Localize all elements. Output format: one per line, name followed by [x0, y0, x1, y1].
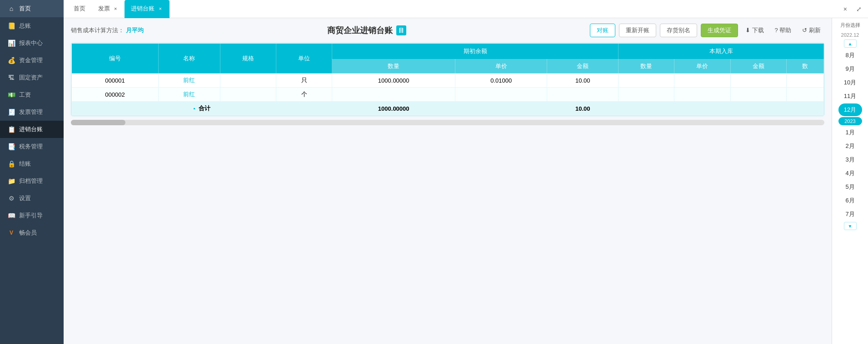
sidebar-item-label: 结账 [19, 160, 31, 168]
month-12[interactable]: 12月 [838, 103, 862, 116]
sidebar-item-home[interactable]: ⌂ 首页 [0, 0, 64, 17]
ob-price-header: 单价 [455, 59, 547, 74]
year-2023-marker: 2023 [838, 117, 862, 125]
product-link[interactable]: 前红 [183, 77, 195, 84]
scroll-up-button[interactable]: ▲ [844, 39, 857, 48]
sidebar-item-member[interactable]: V 畅会员 [0, 224, 64, 241]
tab-bar: 首页 发票 × 进销台账 × × ⤢ [64, 0, 868, 18]
generate-voucher-button[interactable]: 生成凭证 [701, 24, 738, 37]
month-11[interactable]: 11月 [838, 90, 862, 103]
cell-id: 000002 [72, 88, 159, 102]
sidebar-item-invoice-mgr[interactable]: 🧾 发票管理 [0, 103, 64, 121]
col-id-header: 编号 [72, 44, 159, 74]
cost-method-label-text: 销售成本计算方法： [71, 27, 124, 34]
cost-method-value: 月平均 [126, 27, 144, 34]
cell-ob-price [455, 88, 547, 102]
salary-icon: 💵 [7, 91, 15, 98]
horizontal-scrollbar[interactable] [71, 120, 824, 125]
sidebar-item-reports[interactable]: 📊 报表中心 [0, 34, 64, 52]
sidebar-item-label: 工资 [19, 91, 31, 99]
settings-icon: ⚙ [7, 195, 15, 202]
page-title: 商贸企业进销台账 [327, 25, 393, 36]
total-pi-price [674, 102, 730, 116]
month-1[interactable]: 1月 [838, 126, 862, 139]
col-unit-header: 单位 [276, 44, 332, 74]
total-pi-count [786, 102, 823, 116]
help-icon: ? [775, 27, 778, 34]
year-2022-label: 2022.12 [841, 32, 859, 38]
main-area: 首页 发票 × 进销台账 × × ⤢ 销售成本计算方法： 月平均 商贸企 [64, 0, 868, 344]
sidebar-item-settings[interactable]: ⚙ 设置 [0, 190, 64, 207]
sidebar-item-label: 首页 [19, 5, 31, 13]
pi-count-header: 数 [786, 59, 823, 74]
tab-invoice-close[interactable]: × [113, 5, 118, 12]
cell-unit: 个 [276, 88, 332, 102]
month-panel-title: 月份选择 [840, 22, 860, 29]
capital-icon: 💰 [7, 57, 15, 64]
month-9[interactable]: 9月 [838, 63, 862, 75]
cell-ob-price: 0.01000 [455, 74, 547, 88]
sidebar-item-label: 归档管理 [19, 177, 43, 185]
action-buttons: 对账 重新开账 存货别名 生成凭证 ⬇ 下载 ? 帮助 ↺ 刷新 [590, 24, 824, 37]
help-button[interactable]: ? 帮助 [771, 24, 795, 37]
reconcile-button[interactable]: 对账 [590, 24, 615, 37]
scrollbar-thumb[interactable] [71, 120, 125, 125]
save-as-button[interactable]: 存货别名 [660, 24, 697, 37]
sidebar-item-archive[interactable]: 📁 归档管理 [0, 172, 64, 190]
ledger-icon: 📒 [7, 22, 15, 29]
month-2[interactable]: 2月 [838, 140, 862, 152]
total-label: 合计 [199, 105, 210, 112]
sidebar-item-close[interactable]: 🔒 结账 [0, 155, 64, 172]
cell-unit: 只 [276, 74, 332, 88]
cell-pi-amount [730, 88, 786, 102]
cell-spec [220, 88, 276, 102]
month-7[interactable]: 7月 [838, 208, 862, 221]
month-8[interactable]: 8月 [838, 49, 862, 62]
sidebar-item-guide[interactable]: 📖 新手引导 [0, 207, 64, 224]
cell-ob-qty: 1000.00000 [332, 74, 455, 88]
col-name-header: 名称 [158, 44, 220, 74]
reopen-button[interactable]: 重新开账 [619, 24, 656, 37]
cell-id: 000001 [72, 74, 159, 88]
month-4[interactable]: 4月 [838, 167, 862, 180]
tab-home[interactable]: 首页 [67, 0, 92, 18]
sidebar-item-ledger[interactable]: 📒 总账 [0, 17, 64, 34]
download-button[interactable]: ⬇ 下载 [742, 24, 768, 37]
sidebar-item-assets[interactable]: 🏗 固定资产 [0, 69, 64, 86]
refresh-button[interactable]: ↺ 刷新 [798, 24, 824, 37]
sidebar-item-label: 进销台账 [19, 125, 43, 133]
tab-invoice[interactable]: 发票 × [92, 0, 125, 18]
cell-pi-price [674, 74, 730, 88]
tab-purchase-sales[interactable]: 进销台账 × [125, 0, 169, 18]
sidebar-item-tax[interactable]: 📑 税务管理 [0, 138, 64, 155]
cell-ob-amount: 10.00 [547, 74, 619, 88]
member-icon: V [7, 230, 15, 236]
period-in-header: 本期入库 [619, 44, 824, 59]
sidebar-item-label: 设置 [19, 194, 31, 202]
month-10[interactable]: 10月 [838, 76, 862, 89]
refresh-label: 刷新 [809, 27, 821, 34]
download-label: 下载 [752, 27, 764, 34]
cell-name: 前红 [158, 74, 220, 88]
month-3[interactable]: 3月 [838, 153, 862, 166]
pi-amount-header: 金额 [730, 59, 786, 74]
opening-balance-header: 期初余额 [332, 44, 619, 59]
assets-icon: 🏗 [7, 74, 15, 81]
month-5[interactable]: 5月 [838, 181, 862, 193]
col-spec-header: 规格 [220, 44, 276, 74]
cell-pi-amount [730, 74, 786, 88]
scroll-down-button[interactable]: ▼ [844, 222, 857, 230]
product-link[interactable]: 前红 [183, 91, 195, 98]
table-row: 000001 前红 只 1000.00000 0.01000 10.00 [72, 74, 824, 88]
tab-purchase-sales-close[interactable]: × [157, 5, 163, 12]
download-icon: ⬇ [745, 27, 750, 34]
sidebar-item-capital[interactable]: 💰 资金管理 [0, 52, 64, 69]
table-body: 000001 前红 只 1000.00000 0.01000 10.00 [72, 74, 824, 116]
tax-icon: 📑 [7, 143, 15, 150]
window-maximize-button[interactable]: ⤢ [853, 5, 864, 14]
sidebar-item-purchase-sales[interactable]: 📋 进销台账 [0, 121, 64, 138]
sidebar-item-label: 资金管理 [19, 56, 43, 64]
sidebar-item-salary[interactable]: 💵 工资 [0, 86, 64, 103]
month-6[interactable]: 6月 [838, 194, 862, 207]
window-close-button[interactable]: × [841, 5, 850, 14]
